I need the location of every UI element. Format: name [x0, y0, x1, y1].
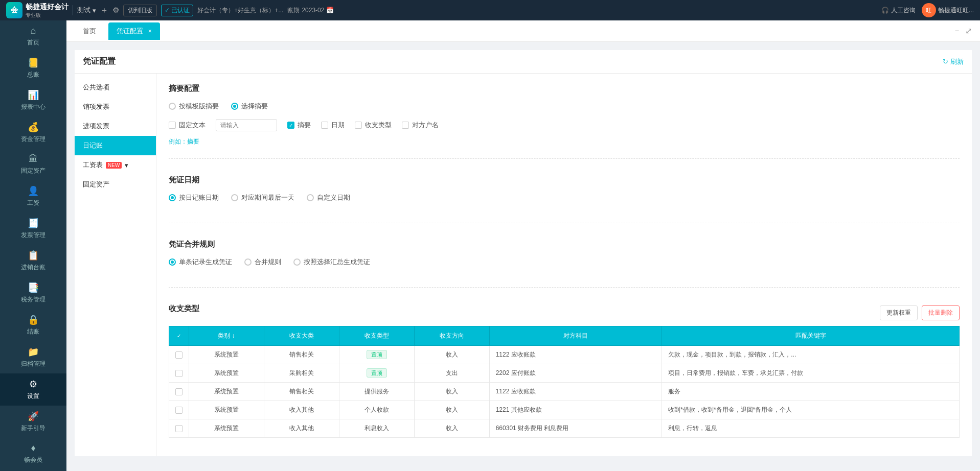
sidebar-item-home[interactable]: ⌂ 首页: [0, 20, 66, 52]
row-keywords-1: 项目，日常费用，报销款，车费，承兑汇票，付款: [662, 364, 960, 383]
sidebar-item-ledger[interactable]: 📒 总账: [0, 52, 66, 84]
config-sidebar-public[interactable]: 公共选项: [75, 78, 156, 97]
row-checkbox-4[interactable]: [169, 419, 189, 438]
radio-period-last-label: 对应期间最后一天: [241, 193, 294, 202]
th-keywords: 匹配关键字: [662, 326, 960, 346]
sidebar-item-tax[interactable]: 📑 税务管理: [0, 277, 66, 309]
sidebar-item-closing[interactable]: 🔒 结账: [0, 309, 66, 341]
config-sidebar-payroll-label: 工资表: [83, 160, 103, 170]
merge-title: 凭证合并规则: [169, 240, 960, 249]
row-checkbox-0[interactable]: [169, 346, 189, 364]
row-cb-1[interactable]: [175, 370, 183, 377]
logo-area: 会 畅捷通好会计 专业版: [6, 2, 69, 18]
sidebar-label-payroll: 工资: [27, 199, 39, 207]
row-account-4: 660301 财务费用 利息费用: [489, 419, 662, 438]
update-weight-btn[interactable]: 更新权重: [880, 305, 918, 320]
sidebar-label-reports: 报表中心: [21, 103, 45, 111]
config-sidebar-payroll[interactable]: 工资表 NEW ▾: [75, 155, 156, 175]
batch-delete-btn[interactable]: 批量删除: [922, 305, 960, 320]
date-title: 凭证日期: [169, 175, 960, 185]
row-keywords-2: 服务: [662, 383, 960, 401]
closing-icon: 🔒: [28, 314, 39, 325]
sidebar-item-archive[interactable]: 📁 归档管理: [0, 341, 66, 373]
radio-merge-rule[interactable]: 合并规则: [244, 257, 281, 267]
radio-template-summary[interactable]: 按模板版摘要: [169, 102, 219, 111]
row-major-1: 采购相关: [264, 364, 339, 383]
fund-icon: 💰: [28, 122, 39, 133]
config-sidebar-purchase-label: 进项发票: [83, 122, 109, 131]
config-sidebar-public-label: 公共选项: [83, 83, 109, 92]
logo-sub: 专业版: [26, 12, 69, 18]
sidebar-item-purchase-sales[interactable]: 📋 进销台账: [0, 245, 66, 277]
assets-icon: 🏛: [29, 154, 38, 164]
radio-total-voucher[interactable]: 按照选择汇总生成凭证: [293, 257, 370, 267]
tab-maximize-btn[interactable]: ⤢: [965, 26, 972, 36]
checkbox-date[interactable]: 日期: [321, 121, 345, 130]
tab-minimize-btn[interactable]: －: [953, 26, 961, 36]
sidebar-label-fund: 资金管理: [21, 135, 45, 144]
refresh-btn[interactable]: ↻ 刷新: [943, 57, 964, 66]
row-cb-4[interactable]: [175, 425, 183, 432]
help-label: 人工咨询: [891, 6, 916, 15]
config-sidebar-sales-label: 销项发票: [83, 102, 109, 111]
sidebar-item-invoice[interactable]: 🧾 发票管理: [0, 213, 66, 245]
config-sidebar-fixed-assets[interactable]: 固定资产: [75, 175, 156, 194]
radio-choose-summary[interactable]: 选择摘要: [231, 102, 268, 111]
th-checkbox[interactable]: ✓: [169, 326, 189, 346]
checkbox-fixed-text[interactable]: 固定文本: [169, 121, 206, 130]
config-sidebar-sales[interactable]: 销项发票: [75, 97, 156, 116]
summary-radio-group: 按模板版摘要 选择摘要: [169, 102, 960, 111]
checkbox-counterparty-box: [402, 122, 409, 129]
row-cb-2[interactable]: [175, 388, 183, 395]
calendar-icon[interactable]: 📅: [326, 7, 334, 14]
radio-period-last[interactable]: 对应期间最后一天: [231, 193, 294, 202]
checkbox-summary[interactable]: ✓ 摘要: [287, 121, 311, 130]
sidebar-item-fund[interactable]: 💰 资金管理: [0, 116, 66, 149]
sidebar-item-payroll[interactable]: 👤 工资: [0, 180, 66, 213]
row-cb-0[interactable]: [175, 351, 183, 359]
radio-single-voucher[interactable]: 单条记录生成凭证: [169, 257, 232, 267]
help-btn[interactable]: 🎧 人工咨询: [881, 6, 916, 15]
sidebar-item-settings[interactable]: ⚙ 设置: [0, 373, 66, 406]
page-header: 凭证配置 ↻ 刷新: [75, 50, 972, 74]
row-type-1: 置顶: [339, 364, 414, 383]
sidebar-item-member[interactable]: ♦ 畅会员: [0, 438, 66, 469]
type-tag-0: 置顶: [367, 350, 387, 359]
home-icon: ⌂: [31, 26, 36, 36]
tab-home[interactable]: 首页: [75, 22, 104, 40]
row-direction-1: 支出: [414, 364, 489, 383]
config-sidebar-journal[interactable]: 日记账: [75, 136, 156, 155]
table-row: 系统预置 采购相关 置顶 支出 2202 应付账款 项目，日常费用，报销款，车费…: [169, 364, 960, 383]
sidebar-item-reports[interactable]: 📊 报表中心: [0, 84, 66, 116]
tab-voucher-config[interactable]: 凭证配置 ×: [108, 22, 160, 40]
sidebar-label-invoice: 发票管理: [21, 231, 45, 240]
radio-custom-date[interactable]: 自定义日期: [307, 193, 350, 202]
company-selector[interactable]: 测试 ▾: [77, 6, 96, 15]
settings-btn[interactable]: ⚙: [112, 6, 119, 15]
config-sidebar-purchase[interactable]: 进项发票: [75, 116, 156, 136]
member-icon: ♦: [31, 443, 35, 454]
th-category: 类别 ↓: [189, 326, 264, 346]
top-bar-left: 会 畅捷通好会计 专业版 测试 ▾ ＋ ⚙ 切到旧版 ✓ 已认证 好会计（专）+…: [6, 2, 876, 18]
row-cb-3[interactable]: [175, 407, 183, 414]
fixed-text-input[interactable]: [216, 119, 277, 131]
sidebar-item-guide[interactable]: 🚀 新手引导: [0, 406, 66, 438]
th-type: 收支类型: [339, 326, 414, 346]
select-all-checkbox[interactable]: ✓: [175, 333, 183, 340]
archive-icon: 📁: [28, 346, 39, 358]
radio-journal-date[interactable]: 按日记账日期: [169, 193, 219, 202]
row-major-3: 收入其他: [264, 401, 339, 419]
user-menu[interactable]: 旺 畅捷通旺旺...: [922, 3, 974, 17]
sidebar-item-assets[interactable]: 🏛 固定资产: [0, 149, 66, 180]
row-checkbox-1[interactable]: [169, 364, 189, 383]
checkbox-type[interactable]: 收支类型: [355, 121, 392, 130]
row-checkbox-2[interactable]: [169, 383, 189, 401]
row-keywords-4: 利息，行转，返息: [662, 419, 960, 438]
config-sidebar-fixed-assets-label: 固定资产: [83, 180, 109, 189]
switch-version-btn[interactable]: 切到旧版: [123, 5, 157, 16]
tab-close-btn[interactable]: ×: [148, 28, 152, 35]
row-checkbox-3[interactable]: [169, 401, 189, 419]
checkbox-counterparty[interactable]: 对方户名: [402, 121, 439, 130]
add-btn[interactable]: ＋: [100, 5, 108, 16]
income-expense-table: ✓ 类别 ↓ 收支大类 收支类型 收支方向 对方科目 匹配关键字: [169, 326, 960, 438]
